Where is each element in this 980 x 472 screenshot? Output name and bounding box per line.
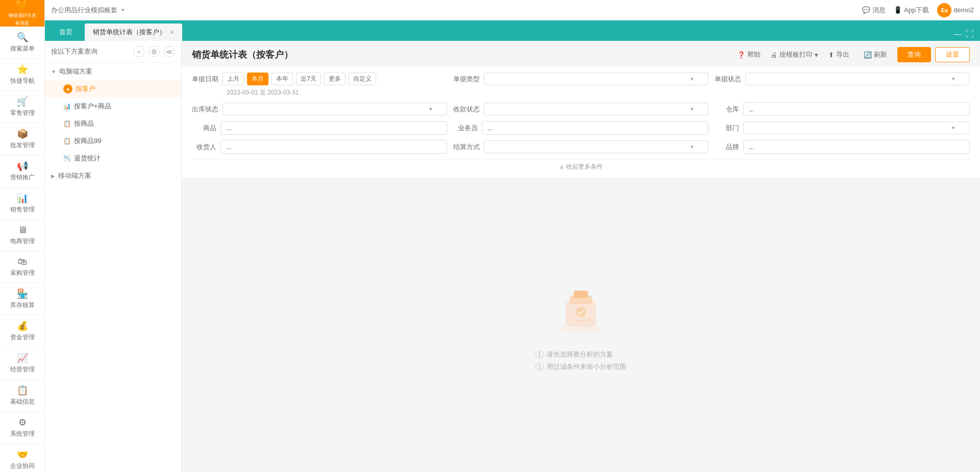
sidebar-item-system[interactable]: ⚙ 系统管理 (0, 412, 45, 444)
receiver-filter-cell: 收货人 ... (192, 140, 447, 154)
payment-chevron-icon: ▾ (691, 106, 694, 112)
app-download-btn[interactable]: 📱 App下载 (894, 6, 929, 15)
department-control: ▾ (743, 122, 970, 134)
help-btn[interactable]: ❓ 帮助 (733, 48, 765, 61)
help-icon: ❓ (737, 51, 745, 59)
date-btn-this-year[interactable]: 本年 (272, 73, 293, 85)
sidebar-item-wholesale-mgmt[interactable]: 📦 批发管理 (0, 123, 45, 155)
collapse-icon: ≪ (166, 48, 173, 56)
scheme-return-stats[interactable]: 📉 退货统计 (45, 150, 181, 167)
tab-active[interactable]: 销货单统计表（按客户） × (85, 23, 182, 41)
sidebar-item-sales-mgmt[interactable]: 📊 销售管理 (0, 187, 45, 220)
settings-scheme-btn[interactable]: ⚙ (149, 46, 160, 57)
refresh-label: 刷新 (874, 50, 887, 59)
tab-maximize-btn[interactable]: ⛶ (966, 30, 974, 39)
department-filter-cell: 部门 ▾ (715, 121, 970, 135)
sidebar: 🧡 畅捷通好生意 标准版 🔍 搜索菜单 ⭐ 快捷导航 🛒 零售管理 📦 批发管理… (0, 0, 45, 472)
tabbar-actions: — ⛶ (953, 30, 980, 41)
left-panel-header: 按以下方案查询 + ⚙ ≪ (45, 41, 181, 63)
order-type-filter-cell: 单据类型 ▾ (453, 73, 708, 85)
payment-label: 收款状态 (453, 105, 480, 114)
handshake-icon: 🤝 (17, 449, 28, 460)
sidebar-item-quick-nav[interactable]: ⭐ 快捷导航 (0, 59, 45, 91)
scheme-by-product[interactable]: 📋 按商品 (45, 115, 181, 132)
date-btn-this-month[interactable]: 本月 (247, 73, 268, 85)
tab-close-icon[interactable]: × (170, 28, 174, 36)
message-label: 消息 (872, 6, 886, 15)
scheme-tree: ▼ 电脑端方案 ● 按客户 📊 按客户+商品 📋 按商品 (45, 63, 181, 184)
export-icon: ⬆ (828, 51, 834, 59)
topbar-right: 💬 消息 📱 App下载 Ea demo2 (862, 3, 974, 17)
template-print-btn[interactable]: 🖨 按模板打印 ▾ (771, 50, 818, 59)
brand-label: 品牌 (715, 143, 739, 152)
settings-btn[interactable]: 设置 (935, 47, 970, 62)
collapse-bar[interactable]: ∧ 收起更多条件 (192, 159, 970, 174)
sidebar-item-enterprise[interactable]: 🤝 企业协同 (0, 444, 45, 472)
date-btn-more[interactable]: 更多 (324, 73, 346, 85)
scheme-by-product-99[interactable]: 📋 按商品99 (45, 132, 181, 150)
tip-1: 1 请先选择要分析的方案 (535, 350, 626, 359)
date-btn-7days[interactable]: 近7天 (296, 73, 321, 85)
refresh-btn[interactable]: 🔄 刷新 (860, 48, 891, 61)
sidebar-item-ecommerce[interactable]: 🖥 电商管理 (0, 220, 45, 251)
salesperson-select[interactable]: ... (482, 121, 708, 135)
sidebar-label-inventory: 库存核算 (10, 301, 35, 310)
receiver-select[interactable]: ... (220, 140, 447, 154)
order-type-select[interactable]: ▾ (484, 73, 708, 85)
goods-select[interactable]: ... (220, 121, 447, 135)
list99-small-icon: 📋 (63, 137, 71, 145)
salesperson-label: 业务员 (453, 124, 478, 133)
sidebar-item-inventory[interactable]: 🏪 库存核算 (0, 283, 45, 315)
sidebar-item-purchase[interactable]: 🛍 采购管理 (0, 251, 45, 283)
user-menu[interactable]: Ea demo2 (937, 3, 974, 17)
chart-small-icon: 📊 (63, 103, 71, 110)
message-btn[interactable]: 💬 消息 (862, 6, 886, 15)
add-scheme-btn[interactable]: + (133, 46, 144, 57)
pc-schemes-section[interactable]: ▼ 电脑端方案 (45, 63, 181, 80)
tab-home[interactable]: 首页 (49, 23, 83, 41)
mobile-arrow-icon: ▶ (51, 173, 55, 179)
payment-select[interactable]: ▾ (484, 103, 708, 115)
settlement-select[interactable]: ▾ (484, 140, 708, 153)
tab-minimize-btn[interactable]: — (953, 30, 962, 39)
department-select[interactable]: ▾ (743, 122, 970, 134)
sidebar-item-search-menu[interactable]: 🔍 搜索菜单 (0, 27, 45, 59)
date-btn-last-month[interactable]: 上月 (223, 73, 244, 85)
sidebar-item-retail-mgmt[interactable]: 🛒 零售管理 (0, 91, 45, 123)
date-btn-custom[interactable]: 自定义 (349, 73, 376, 85)
export-btn[interactable]: ⬆ 导出 (824, 48, 853, 61)
scheme-by-customer[interactable]: ● 按客户 (45, 80, 181, 98)
department-chevron-icon: ▾ (952, 125, 955, 131)
main-area: 办公用品行业模拟账套 ▾ 💬 消息 📱 App下载 Ea demo2 首页 (45, 0, 980, 472)
sidebar-item-basic-info[interactable]: 📋 基础信息 (0, 380, 45, 412)
salesperson-control: ... (482, 121, 708, 135)
settlement-label: 结算方式 (453, 143, 480, 152)
collapse-panel-btn[interactable]: ≪ (164, 46, 175, 57)
order-type-chevron-icon: ▾ (691, 76, 694, 82)
order-status-select[interactable]: ▾ (745, 73, 970, 85)
sidebar-label-enterprise: 企业协同 (10, 462, 35, 470)
sidebar-item-marketing[interactable]: 📢 营销推广 (0, 155, 45, 187)
megaphone-icon: 📢 (17, 160, 28, 172)
warehouse-select[interactable]: ... (743, 102, 970, 116)
goods-label: 商品 (192, 124, 216, 133)
sidebar-item-operations[interactable]: 📈 经营管理 (0, 347, 45, 380)
sidebar-item-finance[interactable]: 💰 资金管理 (0, 315, 45, 347)
query-btn[interactable]: 查询 (897, 47, 931, 62)
outbound-chevron-icon: ▾ (429, 106, 432, 112)
topbar-chevron-icon[interactable]: ▾ (121, 7, 125, 13)
date-label: 单据日期 (192, 75, 218, 84)
empty-illustration (550, 280, 611, 342)
outbound-label: 出库状态 (192, 105, 218, 114)
brand-select[interactable]: ... (743, 140, 970, 154)
by-product-99-label: 按商品99 (74, 136, 101, 146)
left-panel-actions: + ⚙ ≪ (133, 46, 175, 57)
scheme-by-customer-product[interactable]: 📊 按客户+商品 (45, 98, 181, 115)
empty-tips: 1 请先选择要分析的方案 2 用过滤条件来缩小分析范围 (535, 350, 626, 374)
pc-scheme-items: ● 按客户 📊 按客户+商品 📋 按商品 📋 按商品99 (45, 80, 181, 167)
collapse-up-icon: ∧ (559, 163, 564, 171)
mobile-schemes-section[interactable]: ▶ 移动端方案 (45, 167, 181, 184)
outbound-select[interactable]: ▾ (223, 103, 447, 115)
collapse-label: 收起更多条件 (566, 162, 603, 171)
list-small-icon: 📋 (63, 120, 71, 127)
